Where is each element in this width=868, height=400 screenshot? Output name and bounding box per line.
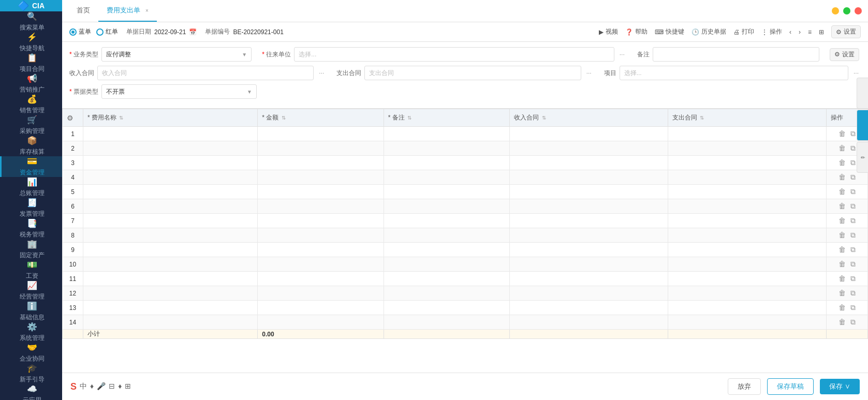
cell-amount-1[interactable] [258, 127, 384, 141]
sidebar-item-operations[interactable]: 📈 经营管理 [0, 280, 62, 301]
cell-amount-11[interactable] [258, 272, 384, 286]
nav-prev-button[interactable]: ‹ [789, 28, 791, 36]
row-delete-icon-6[interactable]: 🗑 [838, 202, 846, 210]
cell-remark-14[interactable] [384, 315, 509, 330]
cell-remark-2[interactable] [384, 141, 509, 156]
red-bill-radio[interactable]: 红单 [96, 27, 118, 36]
row-copy-icon-6[interactable]: ⧉ [850, 202, 856, 210]
layout-grid-button[interactable]: ⊞ [819, 28, 824, 36]
row-delete-icon-13[interactable]: 🗑 [838, 303, 846, 312]
cell-income-contract-6[interactable] [510, 199, 668, 214]
cell-amount-7[interactable] [258, 214, 384, 228]
sort-remark-icon[interactable]: ⇅ [407, 115, 411, 121]
row-delete-icon-14[interactable]: 🗑 [838, 318, 846, 326]
cell-expense-name-1[interactable] [83, 127, 258, 141]
sidebar-item-marketing[interactable]: 📢 营销推广 [0, 73, 62, 94]
sort-expense-name-icon[interactable]: ⇅ [119, 115, 123, 121]
cell-expense-contract-12[interactable] [668, 286, 827, 301]
edge-tab-1[interactable] [857, 78, 868, 109]
edge-tab-3[interactable]: ✏ [857, 142, 868, 173]
cell-remark-3[interactable] [384, 156, 509, 170]
cell-expense-contract-6[interactable] [668, 199, 827, 214]
cell-amount-13[interactable] [258, 301, 384, 315]
row-delete-icon-5[interactable]: 🗑 [838, 187, 846, 196]
sidebar-item-purchase[interactable]: 🛒 采购管理 [0, 115, 62, 136]
row-copy-icon-1[interactable]: ⧉ [850, 129, 856, 138]
help-button[interactable]: ❓ 帮助 [625, 27, 648, 36]
shortcut-button[interactable]: ⌨ 快捷键 [655, 27, 684, 36]
cell-expense-name-2[interactable] [83, 141, 258, 156]
row-delete-icon-1[interactable]: 🗑 [838, 129, 846, 138]
settings-button[interactable]: ⚙ 设置 [831, 25, 861, 38]
cell-amount-5[interactable] [258, 185, 384, 199]
cell-remark-10[interactable] [384, 257, 509, 272]
cell-expense-contract-8[interactable] [668, 228, 827, 243]
sidebar-item-capital[interactable]: 💳 资金管理 [0, 156, 62, 177]
sidebar-item-general-ledger[interactable]: 📊 总账管理 [0, 177, 62, 198]
cell-income-contract-1[interactable] [510, 127, 668, 141]
sidebar-item-beginner[interactable]: 🎓 新手引导 [0, 363, 62, 384]
window-minimize-button[interactable] [832, 7, 839, 14]
sidebar-item-fixed-assets[interactable]: 🏢 固定资产 [0, 239, 62, 260]
row-delete-icon-12[interactable]: 🗑 [838, 289, 846, 297]
sort-amount-icon[interactable]: ⇅ [282, 115, 286, 121]
business-type-select[interactable]: 应付调整 ▼ [101, 47, 252, 62]
row-copy-icon-3[interactable]: ⧉ [850, 158, 856, 167]
cell-amount-4[interactable] [258, 170, 384, 185]
cell-remark-4[interactable] [384, 170, 509, 185]
sidebar-item-basic-info[interactable]: ℹ️ 基础信息 [0, 301, 62, 322]
cell-income-contract-4[interactable] [510, 170, 668, 185]
cell-expense-name-13[interactable] [83, 301, 258, 315]
cell-expense-contract-14[interactable] [668, 315, 827, 330]
cell-income-contract-3[interactable] [510, 156, 668, 170]
sidebar-item-invoice[interactable]: 🧾 发票管理 [0, 198, 62, 218]
cell-amount-12[interactable] [258, 286, 384, 301]
cell-remark-6[interactable] [384, 199, 509, 214]
cell-expense-contract-9[interactable] [668, 243, 827, 257]
cell-expense-name-8[interactable] [83, 228, 258, 243]
actions-button[interactable]: ⋮ 操作 [761, 27, 782, 36]
sidebar-item-cloud[interactable]: ☁️ 云应用 [0, 384, 62, 400]
col-config-icon[interactable]: ⚙ [67, 114, 73, 122]
cell-income-contract-5[interactable] [510, 185, 668, 199]
cell-expense-contract-3[interactable] [668, 156, 827, 170]
cell-amount-6[interactable] [258, 199, 384, 214]
payee-more-icon[interactable]: ··· [617, 51, 627, 58]
row-delete-icon-7[interactable]: 🗑 [838, 216, 846, 225]
form-settings-button[interactable]: ⚙ 设置 [830, 48, 859, 61]
nav-next-button[interactable]: › [799, 28, 801, 36]
blue-bill-radio[interactable]: 蓝单 [69, 27, 91, 36]
project-more[interactable]: ··· [851, 69, 861, 77]
cell-expense-name-3[interactable] [83, 156, 258, 170]
cell-remark-11[interactable] [384, 272, 509, 286]
row-delete-icon-8[interactable]: 🗑 [838, 231, 846, 239]
print-button[interactable]: 🖨 打印 [733, 27, 754, 36]
cell-amount-8[interactable] [258, 228, 384, 243]
row-copy-icon-11[interactable]: ⧉ [850, 274, 856, 283]
row-copy-icon-7[interactable]: ⧉ [850, 216, 856, 225]
row-delete-icon-10[interactable]: 🗑 [838, 260, 846, 268]
cell-expense-name-10[interactable] [83, 257, 258, 272]
cell-expense-name-14[interactable] [83, 315, 258, 330]
cell-amount-3[interactable] [258, 156, 384, 170]
cell-expense-contract-13[interactable] [668, 301, 827, 315]
income-contract-more[interactable]: ··· [317, 69, 326, 77]
row-copy-icon-5[interactable]: ⧉ [850, 187, 856, 196]
discard-button[interactable]: 放弃 [728, 378, 761, 395]
doc-date-value[interactable]: 2022-09-21 [154, 28, 186, 36]
save-button[interactable]: 保存 ∨ [820, 379, 860, 394]
cell-remark-12[interactable] [384, 286, 509, 301]
cell-remark-5[interactable] [384, 185, 509, 199]
cell-income-contract-13[interactable] [510, 301, 668, 315]
cell-expense-contract-1[interactable] [668, 127, 827, 141]
cell-remark-7[interactable] [384, 214, 509, 228]
col-config[interactable]: ⚙ [63, 109, 83, 127]
footer-icon-zh[interactable]: 中 [80, 382, 87, 391]
row-copy-icon-8[interactable]: ⧉ [850, 231, 856, 239]
payee-select[interactable]: 选择... [294, 47, 614, 62]
cell-income-contract-2[interactable] [510, 141, 668, 156]
cell-expense-name-11[interactable] [83, 272, 258, 286]
layout-list-button[interactable]: ≡ [808, 28, 812, 36]
cell-amount-14[interactable] [258, 315, 384, 330]
tab-expense-close[interactable]: × [145, 8, 149, 13]
